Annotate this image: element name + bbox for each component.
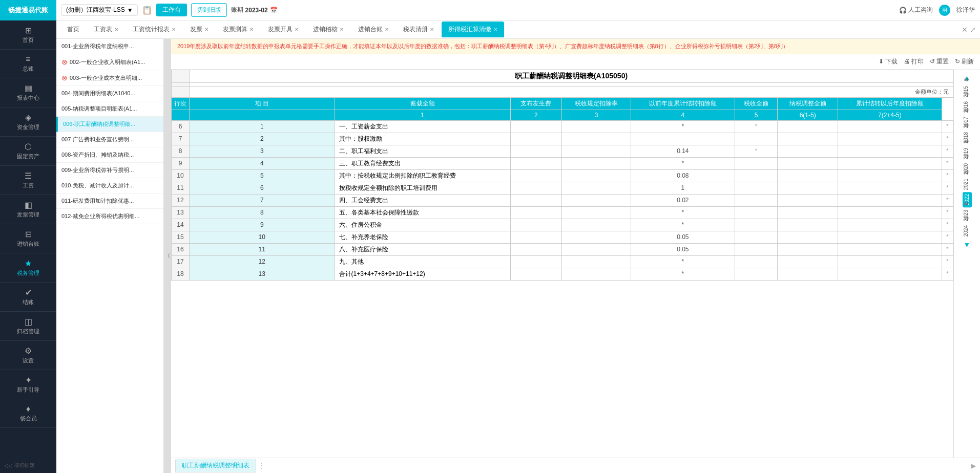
print-button[interactable]: 🖨 打印 (904, 57, 924, 66)
year-2023年[interactable]: 2023年 (963, 208, 970, 223)
year-2015年[interactable]: 2015年 (963, 84, 970, 99)
cell-g[interactable] (778, 243, 838, 255)
cell-e[interactable]: * (631, 157, 735, 169)
cell-d[interactable] (562, 268, 631, 280)
tab-close-icon[interactable]: ✕ (204, 27, 208, 32)
cell-g[interactable] (778, 169, 838, 182)
cell-h[interactable] (838, 157, 942, 169)
cell-e[interactable]: 1 (631, 182, 735, 194)
cell-c[interactable] (510, 194, 562, 206)
scroll-right-icon[interactable]: ▶ (971, 462, 976, 469)
cell-e[interactable]: 0.14 (631, 145, 735, 157)
tab-close-icon[interactable]: ✕ (430, 27, 434, 32)
tab-发票测算[interactable]: 发票测算✕ (216, 22, 260, 37)
cell-h[interactable] (838, 120, 942, 133)
year-2022年[interactable]: 2022年 (963, 192, 972, 207)
cell-i[interactable]: * (942, 206, 953, 219)
cell-f[interactable] (735, 219, 778, 231)
cell-e[interactable]: 0.05 (631, 243, 735, 255)
maximize-icon[interactable]: ⤢ (970, 26, 976, 34)
tab-进销台账[interactable]: 进销台账✕ (351, 22, 395, 37)
tab-发票开具[interactable]: 发票开具✕ (261, 22, 305, 37)
year-2019年[interactable]: 2019年 (963, 146, 970, 161)
user-name[interactable]: 徐泽华 (956, 6, 975, 14)
sidebar-item-结账[interactable]: ✔结账 (0, 283, 56, 312)
cell-i[interactable]: * (942, 145, 953, 157)
sidebar-item-报表中心[interactable]: ▦报表中心 (0, 78, 56, 107)
cell-g[interactable] (778, 133, 838, 145)
cell-c[interactable] (510, 157, 562, 169)
cell-e[interactable]: * (631, 255, 735, 268)
tab-close-icon[interactable]: ✕ (172, 27, 176, 32)
cell-e[interactable]: * (631, 120, 735, 133)
cell-c[interactable] (510, 268, 562, 280)
cell-g[interactable] (778, 231, 838, 243)
cell-h[interactable] (838, 194, 942, 206)
cell-h[interactable] (838, 182, 942, 194)
cell-f[interactable] (735, 268, 778, 280)
company-selector[interactable]: (勿删）江西蛟宝-LSS ▼ (61, 4, 138, 16)
cell-f[interactable] (735, 206, 778, 219)
switch-version-button[interactable]: 切到旧版 (191, 3, 227, 17)
cell-d[interactable] (562, 157, 631, 169)
left-panel-item-009[interactable]: 009-企业所得税弥补亏损明... (56, 163, 163, 178)
cell-d[interactable] (562, 219, 631, 231)
cell-i[interactable]: * (942, 133, 953, 145)
tab-税表清册[interactable]: 税表清册✕ (397, 22, 441, 37)
cell-h[interactable] (838, 255, 942, 268)
cell-c[interactable] (510, 231, 562, 243)
sidebar-item-税务管理[interactable]: ★税务管理 (0, 253, 56, 283)
cell-d[interactable] (562, 120, 631, 133)
cell-g[interactable] (778, 145, 838, 157)
sidebar-item-首页[interactable]: ⊞首页 (0, 20, 56, 50)
cell-f[interactable] (735, 157, 778, 169)
cell-i[interactable]: * (942, 219, 953, 231)
year-2021年[interactable]: 2021年 (963, 177, 970, 192)
cell-g[interactable] (778, 255, 838, 268)
cell-i[interactable]: * (942, 157, 953, 169)
cell-c[interactable] (510, 243, 562, 255)
tab-close-icon[interactable]: ✕ (493, 27, 497, 32)
cell-c[interactable] (510, 219, 562, 231)
cell-c[interactable] (510, 182, 562, 194)
sidebar-item-新手引导[interactable]: ✦新手引导 (0, 370, 56, 399)
cell-d[interactable] (562, 182, 631, 194)
sidebar-item-进销台账[interactable]: ⊟进销台账 (0, 224, 56, 253)
year-2017年[interactable]: 2017年 (963, 115, 970, 130)
cell-e[interactable]: * (631, 219, 735, 231)
cell-i[interactable]: * (942, 231, 953, 243)
reset-button[interactable]: ↺ 重置 (930, 57, 949, 66)
cell-f[interactable] (735, 169, 778, 182)
cell-d[interactable] (562, 133, 631, 145)
cell-g[interactable] (778, 182, 838, 194)
cell-f[interactable] (735, 255, 778, 268)
year-2016年[interactable]: 2016年 (963, 99, 970, 115)
cell-h[interactable] (838, 169, 942, 182)
tab-发票[interactable]: 发票✕ (183, 22, 215, 37)
cell-f[interactable]: * (735, 120, 778, 133)
left-panel-item-002[interactable]: ⊗002-一般企业收入明细表(A1... (56, 54, 163, 70)
cell-d[interactable] (562, 231, 631, 243)
cell-i[interactable]: * (942, 169, 953, 182)
cell-i[interactable]: * (942, 268, 953, 280)
sidebar-item-归档管理[interactable]: ◫归档管理 (0, 312, 56, 341)
year-2018年[interactable]: 2018年 (963, 130, 970, 145)
sidebar-item-固定资产[interactable]: ⬡固定资产 (0, 137, 56, 166)
tab-工资表[interactable]: 工资表✕ (87, 22, 125, 37)
cell-f[interactable] (735, 133, 778, 145)
cell-h[interactable] (838, 206, 942, 219)
left-panel-item-007[interactable]: 007-广告费和业务宣传费明... (56, 132, 163, 147)
bottom-sheet-tab[interactable]: 职工薪酬纳税调整明细表 (175, 459, 256, 472)
cell-e[interactable]: * (631, 268, 735, 280)
refresh-button[interactable]: ↻ 刷新 (955, 57, 974, 66)
cell-h[interactable] (838, 219, 942, 231)
sidebar-item-畅会员[interactable]: ♦畅会员 (0, 399, 56, 428)
calendar2-icon[interactable]: 📅 (270, 7, 278, 14)
cell-c[interactable] (510, 169, 562, 182)
left-panel-item-005[interactable]: 005-纳税调整项目明细表(A1... (56, 101, 163, 117)
tab-进销稽核[interactable]: 进销稽核✕ (306, 22, 350, 37)
cell-c[interactable] (510, 133, 562, 145)
left-panel-item-001[interactable]: 001-企业所得税年度纳税申... (56, 39, 163, 54)
left-panel-item-010[interactable]: 010-免税、减计收入及加计... (56, 178, 163, 193)
cell-d[interactable] (562, 145, 631, 157)
